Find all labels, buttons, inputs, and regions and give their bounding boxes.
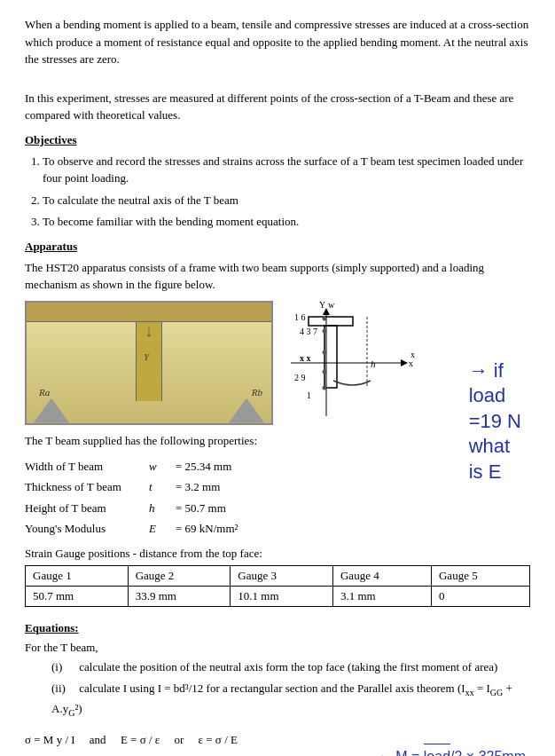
- height-label: Height of T beam: [25, 498, 149, 518]
- gauge-val-5: 0: [431, 586, 529, 606]
- cross-section-svg: w x Y x 1 6 4 3 7 x x 2 9 1 h: [282, 301, 424, 425]
- objective-1: To observe and record the stresses and s…: [43, 153, 530, 187]
- modulus-label: Young's Modulus: [25, 518, 149, 539]
- equations-block: Equations: For the T beam, (i) calculate…: [25, 621, 530, 756]
- eq-text-ii: calculate I using I = bd³/12 for a recta…: [51, 681, 512, 715]
- or-label: or: [174, 733, 184, 746]
- beam-support-right: [229, 398, 264, 423]
- strain-heading: Strain Gauge positions - distance from t…: [25, 547, 530, 561]
- svg-text:x         x: x x: [300, 353, 311, 363]
- objective-2: To calculate the neutral axis of the T b…: [43, 192, 530, 209]
- gauge-header-3: Gauge 3: [231, 565, 333, 586]
- eq-label-ii: (ii): [51, 680, 76, 698]
- property-height: Height of T beam h = 50.7 mm: [25, 498, 530, 518]
- load-arrow-icon: ↓: [145, 322, 153, 341]
- beam-support-left: [34, 398, 69, 423]
- figures-row: 325mm 150mm 325mm Ra Rb ↓ Y: [25, 301, 530, 425]
- formula-row-1: σ = M y / I and E = σ / ε or ε = σ / E: [25, 729, 530, 750]
- gauge-header-5: Gauge 5: [431, 565, 529, 586]
- gauge-val-1: 50.7 mm: [26, 586, 129, 606]
- property-thickness: Thickness of T beam t = 3.2 mm: [25, 476, 530, 497]
- gauge-val-2: 33.9 mm: [128, 586, 231, 606]
- intro-para1: When a bending moment is applied to a be…: [25, 16, 530, 68]
- svg-rect-4: [309, 317, 353, 326]
- width-val: = 25.34 mm: [176, 456, 231, 476]
- svg-text:Y: Y: [319, 301, 325, 310]
- equations-heading: Equations:: [25, 621, 530, 635]
- gauge-header-1: Gauge 1: [26, 565, 129, 586]
- gauge-table: Gauge 1 Gauge 2 Gauge 3 Gauge 4 Gauge 5 …: [25, 565, 530, 607]
- e-formula: E = σ / ε: [121, 733, 160, 746]
- beam-figure: 325mm 150mm 325mm Ra Rb ↓ Y: [25, 301, 273, 425]
- svg-point-6: [323, 316, 327, 320]
- apparatus-text: The HST20 apparatus consists of a frame …: [25, 259, 530, 294]
- objective-3: To become familiar with the bending mome…: [43, 213, 530, 231]
- equation-item-i: (i) calculate the position of the neutra…: [51, 658, 530, 677]
- modulus-val: = 69 kN/mm²: [176, 518, 238, 539]
- y-axis-label: Y: [144, 351, 149, 362]
- gauge-header-2: Gauge 2: [128, 565, 231, 586]
- equation-item-ii: (ii) calculate I using I = bd³/12 for a …: [51, 680, 530, 720]
- svg-text:x: x: [409, 358, 413, 368]
- eq-text-i: calculate the position of the neutral ax…: [79, 660, 497, 673]
- svg-text:1  6: 1 6: [294, 312, 306, 322]
- gauge-header-4: Gauge 4: [332, 565, 431, 586]
- property-modulus: Young's Modulus E = 69 kN/mm²: [25, 518, 530, 539]
- eps-formula: ε = σ / E: [199, 733, 238, 746]
- apparatus-heading: Apparatus: [25, 240, 530, 254]
- width-sym: w: [149, 456, 176, 476]
- intro-para2: In this experiment, stresses are measure…: [25, 90, 530, 124]
- objectives-heading: Objectives: [25, 133, 530, 147]
- svg-text:2  9: 2 9: [294, 373, 306, 382]
- beam-top-bar: [27, 303, 271, 322]
- svg-text:h: h: [371, 358, 376, 369]
- property-width: Width of T beam w = 25.34 mm: [25, 456, 530, 476]
- properties-block: Width of T beam w = 25.34 mm Thickness o…: [25, 456, 530, 539]
- thickness-sym: t: [149, 476, 176, 497]
- gauge-val-4: 3.1 mm: [332, 586, 431, 606]
- svg-text:w: w: [328, 301, 335, 310]
- svg-point-10: [323, 385, 327, 390]
- sigma-formula: σ = M y / I: [25, 733, 75, 746]
- support-label-rb: Rb: [252, 387, 262, 398]
- height-sym: h: [149, 498, 176, 518]
- width-label: Width of T beam: [25, 456, 149, 476]
- svg-point-9: [323, 369, 327, 374]
- svg-text:4  3  7: 4 3 7: [300, 327, 317, 336]
- cross-section-figure: w x Y x 1 6 4 3 7 x x 2 9 1 h: [282, 301, 424, 425]
- objectives-list: To observe and record the stresses and s…: [43, 153, 530, 231]
- thickness-val: = 3.2 mm: [176, 476, 220, 497]
- svg-text:1: 1: [307, 390, 311, 400]
- equations-list: (i) calculate the position of the neutra…: [51, 658, 530, 721]
- eq-label-i: (i): [51, 658, 76, 677]
- properties-intro: The T beam supplied has the following pr…: [25, 432, 530, 450]
- svg-point-7: [323, 328, 327, 333]
- gauge-value-row: 50.7 mm 33.9 mm 10.1 mm 3.1 mm 0: [26, 586, 530, 606]
- and-label: and: [90, 733, 106, 746]
- height-val: = 50.7 mm: [176, 498, 226, 518]
- svg-text:x: x: [410, 350, 415, 359]
- svg-marker-3: [401, 359, 408, 366]
- gauge-val-3: 10.1 mm: [231, 586, 333, 606]
- svg-point-8: [323, 350, 327, 354]
- gauge-header-row: Gauge 1 Gauge 2 Gauge 3 Gauge 4 Gauge 5: [26, 565, 530, 586]
- thickness-label: Thickness of T beam: [25, 476, 149, 497]
- modulus-sym: E: [149, 518, 176, 539]
- equations-intro: For the T beam,: [25, 641, 530, 655]
- support-label-ra: Ra: [39, 387, 50, 398]
